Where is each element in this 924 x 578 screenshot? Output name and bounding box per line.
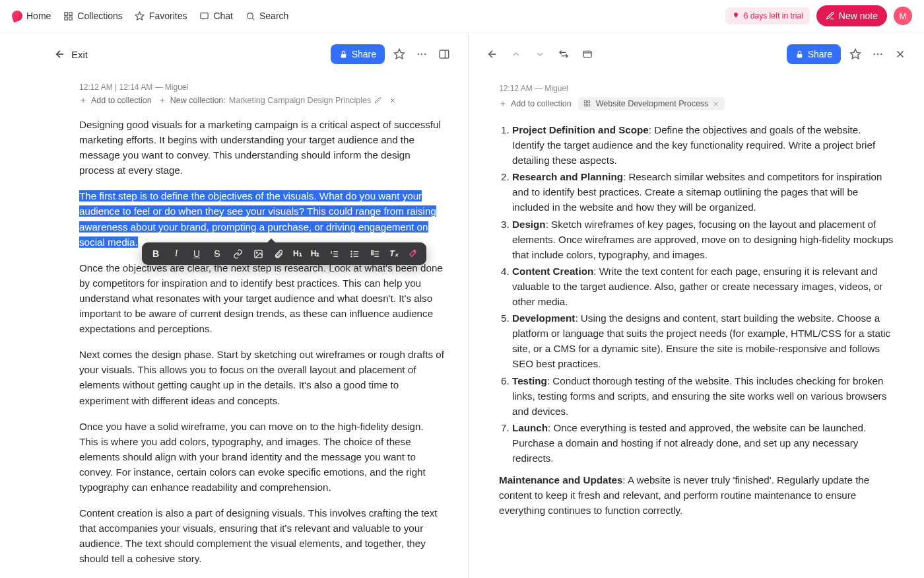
svg-point-9 — [418, 54, 419, 55]
fmt-underline[interactable]: U — [189, 246, 204, 261]
new-note-button[interactable]: New note — [816, 5, 887, 26]
rocket-icon — [732, 12, 740, 20]
chip-remove-icon[interactable] — [712, 100, 719, 108]
svg-rect-38 — [587, 100, 589, 102]
svg-point-11 — [424, 54, 426, 55]
plus-icon — [499, 100, 508, 108]
collection-chip-label: Website Development Process — [596, 99, 709, 108]
para-1: Designing good visuals for a marketing c… — [79, 117, 444, 178]
back-button-right[interactable] — [484, 46, 500, 62]
window-button[interactable] — [579, 46, 595, 62]
fmt-ai-magic[interactable] — [405, 246, 420, 261]
close-pane-right[interactable] — [892, 46, 908, 62]
collection-chip[interactable]: Website Development Process — [578, 97, 725, 110]
favorite-star-right[interactable] — [847, 46, 863, 62]
lock-icon — [339, 50, 348, 59]
panes: Exit Share — [0, 32, 924, 578]
maintenance-title: Maintenance and Updates — [499, 474, 622, 486]
svg-rect-1 — [69, 12, 72, 15]
fmt-bullet-list[interactable] — [347, 246, 362, 261]
nav-search-label: Search — [259, 11, 288, 21]
edit-icon — [826, 11, 835, 20]
fmt-strike[interactable]: S — [210, 246, 224, 261]
svg-marker-33 — [851, 50, 861, 59]
fmt-ordered-list[interactable] — [327, 246, 341, 261]
search-icon — [245, 11, 255, 21]
step-item: Launch: Once everything is tested and ap… — [512, 420, 894, 466]
close-icon[interactable] — [389, 96, 397, 105]
nav-search[interactable]: Search — [245, 11, 288, 21]
svg-point-10 — [421, 54, 422, 55]
trial-text: 6 days left in trial — [744, 11, 803, 20]
step-title: Testing — [512, 375, 547, 386]
exit-label: Exit — [71, 49, 88, 60]
top-bar-right: 6 days left in trial New note M — [725, 5, 912, 26]
more-menu-right[interactable] — [870, 46, 886, 62]
pane-left: Exit Share — [0, 32, 469, 578]
fmt-checklist[interactable] — [368, 246, 382, 261]
favorite-star-left[interactable] — [391, 46, 407, 62]
nav-favorites[interactable]: Favorites — [135, 11, 187, 21]
para-3: Once the objectives are clear, the next … — [79, 260, 444, 336]
add-to-collection-right[interactable]: Add to collection — [499, 99, 572, 108]
svg-rect-37 — [584, 100, 586, 102]
fmt-attachment[interactable] — [271, 246, 286, 261]
step-title: Design — [512, 219, 546, 230]
left-collection-row: Add to collection New collection: Market… — [79, 96, 444, 105]
nav-chat[interactable]: Chat — [199, 11, 233, 21]
para-2-highlighted: The first step is to define the objectiv… — [79, 188, 444, 249]
svg-point-22 — [351, 251, 352, 252]
trial-pill[interactable]: 6 days left in trial — [725, 7, 810, 24]
exit-button[interactable]: Exit — [54, 48, 88, 60]
nav-collections-label: Collections — [77, 11, 122, 21]
svg-rect-12 — [440, 50, 449, 58]
nav-home[interactable]: Home — [12, 11, 51, 21]
step-title: Project Definition and Scope — [512, 124, 649, 135]
nav-collections[interactable]: Collections — [63, 11, 122, 21]
svg-point-35 — [877, 54, 878, 55]
step-body: : Sketch wireframes of key pages, focusi… — [512, 219, 893, 260]
left-note-body[interactable]: Designing good visuals for a marketing c… — [79, 117, 444, 578]
more-menu-left[interactable] — [414, 46, 430, 62]
fmt-clear[interactable]: Tₓ — [388, 246, 399, 261]
lock-icon — [795, 50, 804, 59]
step-body: : Once everything is tested and approved… — [512, 422, 866, 464]
fmt-bold[interactable]: B — [148, 246, 163, 261]
avatar[interactable]: M — [894, 7, 912, 25]
svg-rect-2 — [65, 17, 67, 19]
formatting-toolbar: B I U S H₁ H₂ Tₓ — [142, 242, 426, 265]
grid-icon — [63, 11, 73, 21]
svg-rect-39 — [584, 104, 586, 106]
swap-button[interactable] — [556, 46, 572, 62]
new-note-label: New note — [839, 11, 878, 21]
step-item: Development: Using the designs and conte… — [512, 310, 894, 371]
fmt-italic[interactable]: I — [169, 246, 183, 261]
avatar-initial: M — [900, 11, 907, 21]
svg-marker-8 — [395, 50, 405, 59]
next-down-button[interactable] — [532, 46, 548, 62]
share-button-right[interactable]: Share — [787, 44, 841, 64]
prev-up-button[interactable] — [508, 46, 524, 62]
svg-point-23 — [351, 253, 352, 254]
plus-icon — [79, 96, 88, 105]
add-to-collection-label-left: Add to collection — [91, 96, 152, 105]
fmt-h1[interactable]: H₁ — [292, 246, 304, 261]
fmt-image[interactable] — [251, 246, 265, 261]
add-to-collection-left[interactable]: Add to collection — [79, 96, 152, 105]
plus-icon — [158, 96, 167, 105]
new-collection-left[interactable]: New collection: Marketing Campaign Desig… — [158, 96, 397, 105]
nav-chat-label: Chat — [213, 11, 233, 21]
svg-rect-28 — [372, 250, 374, 252]
right-note-body[interactable]: Project Definition and Scope: Define the… — [499, 122, 894, 518]
panel-toggle-left[interactable] — [436, 46, 452, 62]
star-icon — [135, 11, 145, 21]
svg-rect-29 — [372, 253, 374, 255]
top-bar-left: Home Collections Favorites Chat Search — [12, 11, 288, 21]
share-button-left[interactable]: Share — [331, 44, 385, 64]
step-item: Testing: Conduct thorough testing of the… — [512, 373, 894, 419]
pencil-icon[interactable] — [374, 96, 383, 105]
fmt-h2[interactable]: H₂ — [310, 246, 321, 261]
right-pane-toolbar: Share — [469, 32, 924, 71]
fmt-link[interactable] — [230, 246, 245, 261]
step-item: Project Definition and Scope: Define the… — [512, 122, 894, 168]
